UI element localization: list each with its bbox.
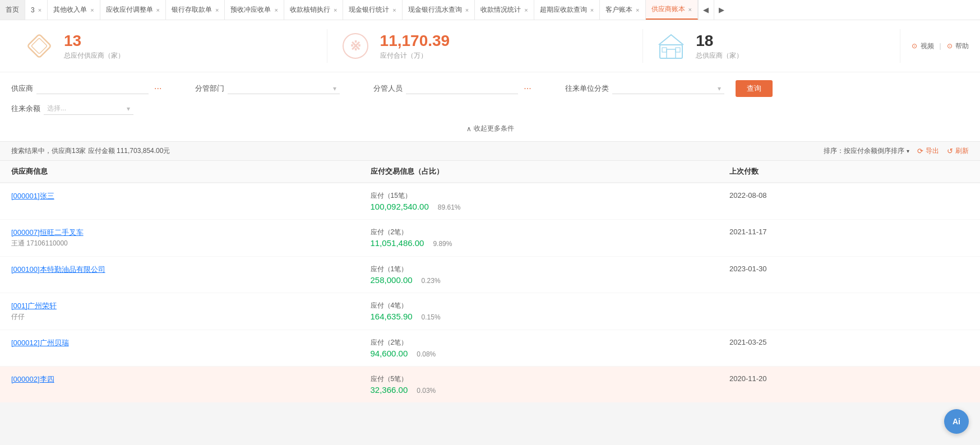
nav-arrow-left[interactable]: ◀ (698, 0, 714, 20)
result-summary-text: 搜索结果中，供应商13家 应付金额 111,703,854.00元 (11, 146, 170, 156)
nav-tab-bank-deposit-close[interactable]: × (215, 7, 219, 13)
nav-tab-receipt-verify[interactable]: 收款核销执行 × (284, 0, 343, 20)
nav-tab-other-income-close[interactable]: × (90, 7, 94, 13)
nav-tab-cash-bank-stat[interactable]: 现金银行统计 × (343, 0, 402, 20)
table-row: [000002]李四 应付（5笔） 32,366.00 0.03% 2020-1… (0, 367, 980, 403)
nav-tab-prepay-charge[interactable]: 预收冲应收单 × (225, 0, 284, 20)
filter-row-2: 往来余额 选择... ▾ (11, 103, 969, 115)
table-row: [000007]恒旺二手叉车 王通 17106110000 应付（2笔） 11,… (0, 220, 980, 257)
refresh-icon: ↺ (947, 147, 953, 155)
diamond-icon (22, 29, 56, 63)
summary-payable-total-text: 11,170.39 应付合计（万） (380, 31, 450, 61)
refresh-button[interactable]: ↺ 刷新 (947, 146, 969, 156)
help-link[interactable]: ⊙ 帮助 (947, 41, 969, 51)
nav-tab-3[interactable]: 3 × (25, 0, 48, 20)
nav-tab-prepay-charge-close[interactable]: × (274, 7, 278, 13)
svg-rect-5 (667, 49, 676, 58)
nav-tab-other-income[interactable]: 其他收入单 × (48, 0, 100, 20)
last-pay-cell: 2022-08-08 (729, 191, 969, 200)
category-select[interactable]: ▾ (612, 84, 724, 94)
filter-area: 供应商 ··· 分管部门 ▾ 分管人员 ··· 往来单位分类 ▾ 查询 (0, 72, 980, 142)
collapse-button[interactable]: ∧ 收起更多条件 (11, 120, 969, 137)
nav-tab-cash-bank-stat-close[interactable]: × (392, 7, 396, 13)
nav-tab-cash-bank-flow-close[interactable]: × (465, 7, 469, 13)
nav-tab-supplier-ledger[interactable]: 供应商账本 × (646, 0, 698, 20)
video-link[interactable]: ⊙ 视频 (912, 41, 933, 51)
sort-select[interactable]: 排序：按应付余额倒序排序 ▾ (824, 146, 909, 156)
supplier-cell: [000007]恒旺二手叉车 王通 17106110000 (11, 228, 371, 248)
asterisk-icon: ※ (339, 29, 372, 63)
person-input[interactable] (406, 83, 518, 94)
tx-amount[interactable]: 164,635.90 (371, 312, 413, 321)
nav-tab-overdue-ar-close[interactable]: × (590, 7, 594, 13)
supplier-cell: [001]广州荣轩 仔仔 (11, 301, 371, 322)
nav-tab-customer-ledger-close[interactable]: × (636, 7, 639, 13)
table-row: [000001]张三 应付（15笔） 100,092,540.00 89.61%… (0, 183, 980, 220)
last-pay-cell: 2021-11-17 (729, 228, 969, 236)
table-area: 供应商信息 应付交易信息（占比） 上次付数 [000001]张三 应付（15笔）… (0, 161, 980, 403)
filter-supplier: 供应商 ··· (11, 83, 161, 94)
result-bar-right: 排序：按应付余额倒序排序 ▾ ⟳ 导出 ↺ 刷新 (824, 146, 969, 156)
supplier-link[interactable]: [000012]广州贝瑞 (11, 339, 69, 347)
filter-dept: 分管部门 ▾ (195, 84, 340, 94)
supplier-cell: [000100]本特勤油品有限公司 (11, 265, 371, 275)
tx-cell: 应付（5笔） 32,366.00 0.03% (371, 374, 730, 395)
nav-tab-bank-deposit[interactable]: 银行存取款单 × (166, 0, 225, 20)
col-tx-info: 应付交易信息（占比） (371, 166, 730, 177)
svg-rect-4 (660, 45, 682, 58)
last-pay-cell: 2020-11-20 (729, 374, 969, 383)
supplier-link[interactable]: [000100]本特勤油品有限公司 (11, 265, 105, 274)
tx-amount[interactable]: 258,000.00 (371, 275, 413, 285)
summary-total-suppliers: 18 总供应商（家） (643, 29, 900, 63)
nav-tab-receipt-stat-close[interactable]: × (524, 7, 528, 13)
tx-amount[interactable]: 32,366.00 (371, 385, 408, 395)
query-button[interactable]: 查询 (736, 80, 773, 97)
balance-select[interactable]: 选择... ▾ (44, 103, 133, 115)
shop-icon (654, 29, 688, 63)
supplier-link[interactable]: [000007]恒旺二手叉车 (11, 228, 84, 237)
table-row: [000100]本特勤油品有限公司 应付（1笔） 258,000.00 0.23… (0, 257, 980, 293)
nav-tab-home[interactable]: 首页 (0, 0, 25, 20)
svg-text:※: ※ (350, 38, 361, 53)
link-divider: | (940, 42, 941, 50)
nav-tab-supplier-ledger-close[interactable]: × (688, 6, 692, 13)
export-icon: ⟳ (917, 147, 923, 155)
filter-row-1: 供应商 ··· 分管部门 ▾ 分管人员 ··· 往来单位分类 ▾ 查询 (11, 80, 969, 97)
supplier-link[interactable]: [000001]张三 (11, 192, 54, 200)
nav-tab-overdue-ar[interactable]: 超期应收款查询 × (534, 0, 600, 20)
export-button[interactable]: ⟳ 导出 (917, 146, 939, 156)
person-dots[interactable]: ··· (524, 84, 531, 94)
nav-tab-receipt-verify-close[interactable]: × (334, 7, 337, 13)
tx-cell: 应付（4笔） 164,635.90 0.15% (371, 301, 730, 321)
svg-rect-7 (662, 48, 667, 52)
table-row: [001]广州荣轩 仔仔 应付（4笔） 164,635.90 0.15% (0, 293, 980, 330)
nav-tab-ar-ap-adjust-close[interactable]: × (156, 7, 160, 13)
tx-amount[interactable]: 94,600.00 (371, 349, 408, 358)
top-right-links: ⊙ 视频 | ⊙ 帮助 (900, 41, 969, 51)
filter-category: 往来单位分类 ▾ (565, 84, 724, 94)
nav-tab-ar-ap-adjust[interactable]: 应收应付调整单 × (100, 0, 166, 20)
filter-person: 分管人员 ··· (373, 83, 531, 94)
supplier-cell: [000001]张三 (11, 191, 371, 201)
last-pay-cell: 2023-01-30 (729, 265, 969, 273)
col-last-pay: 上次付数 (729, 166, 969, 177)
tx-amount[interactable]: 100,092,540.00 (371, 202, 429, 211)
filter-balance: 往来余额 选择... ▾ (11, 103, 133, 115)
supplier-cell: [000002]李四 (11, 374, 371, 384)
tx-amount[interactable]: 11,051,486.00 (371, 238, 424, 248)
table-row: [000012]广州贝瑞 应付（2笔） 94,600.00 0.08% 2021… (0, 330, 980, 367)
tx-cell: 应付（2笔） 11,051,486.00 9.89% (371, 228, 730, 248)
svg-rect-8 (676, 48, 680, 52)
supplier-link[interactable]: [000002]李四 (11, 375, 54, 383)
supplier-input[interactable] (36, 83, 149, 94)
nav-arrow-right[interactable]: ▶ (714, 0, 729, 20)
nav-tab-customer-ledger[interactable]: 客户账本 × (600, 0, 645, 20)
nav-tab-receipt-stat[interactable]: 收款情况统计 × (475, 0, 534, 20)
tx-cell: 应付（1笔） 258,000.00 0.23% (371, 265, 730, 285)
sort-arrow-icon: ▾ (907, 148, 909, 154)
supplier-dots[interactable]: ··· (154, 84, 161, 94)
supplier-link[interactable]: [001]广州荣轩 (11, 302, 57, 310)
nav-tab-cash-bank-flow[interactable]: 现金银行流水查询 × (403, 0, 475, 20)
nav-tab-3-close[interactable]: × (38, 7, 41, 13)
dept-select[interactable]: ▾ (228, 84, 340, 94)
